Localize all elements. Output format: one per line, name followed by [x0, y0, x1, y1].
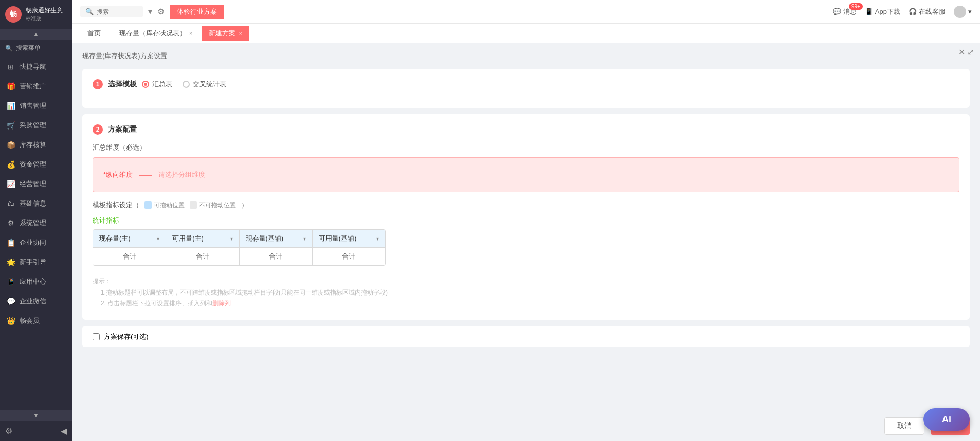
wechat-label: 企业微信	[20, 297, 46, 306]
system-icon: ⚙	[6, 218, 15, 228]
stats-col-3[interactable]: 可用量(基辅) ▾	[313, 230, 385, 247]
nav-label: 快捷导航	[20, 62, 46, 71]
required-mark: *纵向维度	[103, 170, 133, 179]
stats-col-2[interactable]: 现存量(基辅) ▾	[240, 230, 313, 247]
save-checkbox[interactable]	[93, 333, 100, 340]
finance-label: 资金管理	[20, 160, 46, 169]
collapse-icon[interactable]: ◀	[61, 426, 67, 436]
sidebar-item-base[interactable]: 🗂 基础信息	[0, 194, 72, 213]
sidebar-item-wechat[interactable]: 💬 企业微信	[0, 291, 72, 311]
tab-home[interactable]: 首页	[80, 26, 108, 41]
stats-cell-1: 合计	[166, 248, 239, 265]
topbar-right: 💬 消息 99+ 📱 App下载 🎧 在线客服 ▾	[833, 6, 972, 18]
sidebar-logo: 畅 畅康通好生意 标准版	[0, 0, 72, 29]
tab-new-plan[interactable]: 新建方案 ×	[202, 26, 249, 41]
indicator-settings: 模板指标设定（ 可拖动位置 不可拖动位置 ） 统计指标	[93, 200, 959, 266]
sidebar-item-guide[interactable]: 🌟 新手引导	[0, 252, 72, 272]
dim-dash: ——	[139, 171, 152, 179]
app-download-button[interactable]: 📱 App下载	[865, 7, 900, 16]
sidebar-item-purchase[interactable]: 🛒 采购管理	[0, 116, 72, 135]
tab-new-plan-close[interactable]: ×	[239, 30, 242, 36]
sidebar-item-nav[interactable]: ⊞ 快捷导航	[0, 57, 72, 77]
sidebar-item-inventory[interactable]: 📦 库存核算	[0, 135, 72, 155]
sidebar-item-vip[interactable]: 👑 畅会员	[0, 311, 72, 330]
topbar-settings-icon[interactable]: ⚙	[157, 7, 165, 16]
message-button[interactable]: 💬 消息 99+	[833, 7, 857, 16]
finance-icon: 💰	[6, 160, 15, 169]
sidebar-item-sales[interactable]: 📊 销售管理	[0, 96, 72, 116]
sidebar-item-finance[interactable]: 💰 资金管理	[0, 155, 72, 174]
vip-icon: 👑	[6, 316, 15, 325]
ai-bubble[interactable]: Ai	[923, 408, 970, 431]
tab-inventory[interactable]: 现存量（库存状况表） ×	[112, 26, 199, 41]
vip-label: 畅会员	[20, 316, 40, 325]
step1-header: 1 选择模板 汇总表 交叉统计表	[93, 79, 959, 89]
tag-blue-icon	[144, 201, 152, 209]
app-name-block: 畅康通好生意 标准版	[26, 7, 63, 22]
radio-summary[interactable]: 汇总表	[142, 80, 172, 89]
stats-col-3-label: 可用量(基辅)	[319, 234, 357, 243]
save-label: 方案保存(可选)	[104, 332, 149, 341]
operations-label: 经营管理	[20, 179, 46, 189]
close-panel-button[interactable]: ✕	[958, 47, 965, 57]
headset-icon: 🎧	[909, 8, 917, 15]
tab-new-plan-label: 新建方案	[209, 29, 235, 38]
sidebar-scroll-up[interactable]: ▲	[0, 29, 72, 40]
indicator-label-row: 模板指标设定（ 可拖动位置 不可拖动位置 ）	[93, 200, 959, 210]
tab-home-label: 首页	[87, 29, 101, 38]
guide-icon: 🌟	[6, 258, 15, 267]
trial-button[interactable]: 体验行业方案	[170, 5, 224, 19]
stats-label: 统计指标	[93, 216, 959, 225]
cancel-button[interactable]: 取消	[884, 417, 924, 435]
service-label: 在线客服	[919, 7, 946, 16]
stats-col-1[interactable]: 可用量(主) ▾	[166, 230, 239, 247]
radio-cross-dot	[183, 81, 190, 88]
settings-icon[interactable]: ⚙	[5, 426, 12, 436]
expand-panel-button[interactable]: ⤢	[967, 47, 974, 57]
stats-section: 统计指标 现存量(主) ▾ 可用量(主) ▾	[93, 216, 959, 266]
stats-col-0[interactable]: 现存量(主) ▾	[93, 230, 166, 247]
content-area: ✕ ⤢ 现存量(库存状况表)方案设置 1 选择模板 汇总表 交叉统计表	[72, 43, 980, 411]
sidebar-item-contract[interactable]: 📋 企业协同	[0, 233, 72, 252]
col-1-arrow: ▾	[230, 236, 233, 242]
stats-header-row: 现存量(主) ▾ 可用量(主) ▾ 现存量(基辅) ▾	[93, 230, 385, 247]
tip-0-text: 1.拖动标题栏可以调整布局，不可跨维度或指标区域拖动栏目字段(只能在同一维度或指…	[101, 289, 388, 296]
purchase-icon: 🛒	[6, 121, 15, 130]
topbar-chevron-icon[interactable]: ▾	[148, 7, 152, 16]
topbar: 🔍 ▾ ⚙ 体验行业方案 💬 消息 99+ 📱 App下载 🎧 在线客服	[72, 0, 980, 24]
stats-cell-3: 合计	[313, 248, 385, 265]
sidebar-scroll-down[interactable]: ▼	[0, 410, 72, 420]
online-service-button[interactable]: 🎧 在线客服	[909, 7, 946, 16]
tag-gray-icon	[190, 201, 197, 209]
sales-icon: 📊	[6, 101, 15, 111]
step2-header: 2 方案配置	[93, 124, 959, 135]
user-menu[interactable]: ▾	[954, 6, 972, 18]
apps-label: 应用中心	[20, 277, 46, 286]
sidebar-item-apps[interactable]: 📱 应用中心	[0, 272, 72, 291]
col-3-arrow: ▾	[376, 236, 379, 242]
dimension-area[interactable]: *纵向维度 —— 请选择分组维度	[93, 157, 959, 192]
page-title: 现存量(库存状况表)方案设置	[82, 51, 970, 61]
indicator-text: 模板指标设定（	[93, 200, 139, 210]
sidebar: 畅 畅康通好生意 标准版 ▲ 🔍 搜索菜单 ⊞ 快捷导航 🎁 营销推广 📊 销售…	[0, 0, 72, 441]
topbar-search-box[interactable]: 🔍	[80, 6, 143, 17]
purchase-label: 采购管理	[20, 121, 46, 130]
user-avatar	[954, 6, 966, 18]
base-label: 基础信息	[20, 199, 46, 208]
delete-column-link[interactable]: 删除列	[212, 300, 231, 307]
tabbar: 首页 现存量（库存状况表） × 新建方案 ×	[72, 24, 980, 43]
search-label: 搜索菜单	[16, 44, 41, 52]
step2-title: 方案配置	[108, 125, 137, 134]
tag-nodrag-label: 不可拖动位置	[199, 201, 236, 210]
step1-number: 1	[93, 79, 103, 89]
apps-icon: 📱	[6, 277, 15, 286]
col-0-arrow: ▾	[157, 236, 159, 242]
sidebar-search-item[interactable]: 🔍 搜索菜单	[0, 40, 72, 57]
sidebar-item-system[interactable]: ⚙ 系统管理	[0, 213, 72, 233]
radio-cross[interactable]: 交叉统计表	[183, 80, 226, 89]
sidebar-item-operations[interactable]: 📈 经营管理	[0, 174, 72, 194]
tab-inventory-close[interactable]: ×	[189, 30, 192, 36]
sidebar-item-marketing[interactable]: 🎁 营销推广	[0, 77, 72, 96]
step2-section: 2 方案配置 汇总维度（必选） *纵向维度 —— 请选择分组维度 模板指标设定（…	[82, 114, 970, 320]
search-input[interactable]	[97, 8, 138, 15]
